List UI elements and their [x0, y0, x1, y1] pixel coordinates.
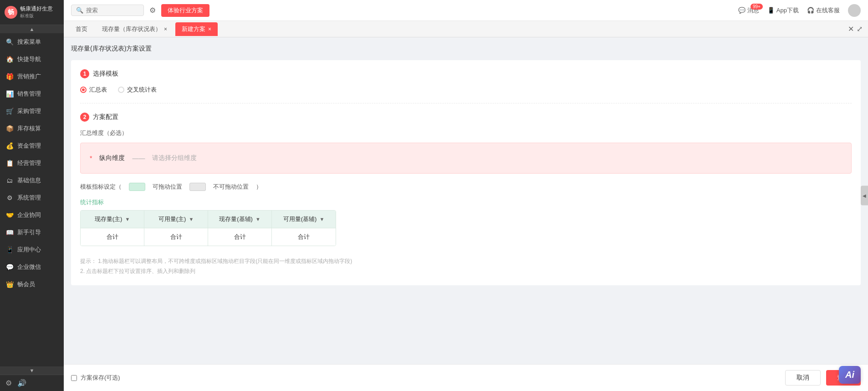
inventory-icon: 📦: [5, 124, 14, 133]
headset-icon: 🎧: [807, 7, 814, 14]
tab-inventory-close[interactable]: ×: [164, 26, 167, 32]
sidebar-item-system[interactable]: ⚙ 系统管理: [0, 189, 64, 206]
dimension-area[interactable]: * 纵向维度 —— 请选择分组维度: [80, 143, 852, 174]
ai-badge[interactable]: Ai: [839, 366, 861, 384]
step1-header: 1 选择模板: [80, 69, 852, 78]
online-service-button[interactable]: 🎧 在线客服: [807, 6, 840, 15]
sidebar-item-label: 搜索菜单: [17, 38, 41, 46]
industry-plan-button[interactable]: 体验行业方案: [161, 4, 209, 17]
tips-section: 提示： 1.拖动标题栏可以调整布局，不可跨维度或指标区域拖动栏目字段(只能在同一…: [80, 257, 852, 276]
col-cell-2: 合计: [208, 228, 272, 246]
tip-1: 提示： 1.拖动标题栏可以调整布局，不可跨维度或指标区域拖动栏目字段(只能在同一…: [80, 257, 852, 267]
col-cell-1: 合计: [144, 228, 208, 246]
sidebar: 畅 畅康通好生意 标准版 ▲ 🔍 搜索菜单 🏠 快捷导航 🎁 营销推广 📊 销售…: [0, 0, 64, 391]
save-checkbox-label: 方案保存(可选): [81, 374, 120, 382]
sidebar-item-label: 快捷导航: [17, 55, 41, 63]
right-collapse-handle[interactable]: ◀: [861, 186, 868, 206]
save-checkbox[interactable]: 方案保存(可选): [71, 374, 120, 382]
dimension-dash: ——: [132, 154, 145, 162]
indicator-settings: 模板指标设定（ 可拖动位置 不可拖动位置 ）: [80, 183, 852, 191]
search-bar[interactable]: 🔍: [71, 5, 144, 16]
chevron-down-icon-0: ▼: [125, 216, 130, 222]
finance-icon: 💰: [5, 142, 14, 150]
sidebar-item-app-center[interactable]: 📱 应用中心: [0, 241, 64, 258]
cancel-button[interactable]: 取消: [785, 370, 821, 386]
sidebar-item-cooperation[interactable]: 🤝 企业协同: [0, 206, 64, 224]
message-icon: 💬: [738, 7, 745, 14]
close-modal-icon[interactable]: ✕: [848, 25, 854, 33]
col-header-3[interactable]: 可用量(基辅) ▼: [272, 211, 336, 228]
sidebar-item-label: 销售管理: [17, 90, 41, 98]
gear-icon[interactable]: ⚙: [149, 6, 156, 15]
gift-icon: 🎁: [5, 72, 14, 81]
main-area: 🔍 ⚙ 体验行业方案 💬 消息 99+ 📱 App下载 🎧 在线客服 首页: [64, 0, 868, 391]
col-header-1[interactable]: 可用量(主) ▼: [144, 211, 208, 228]
logo-icon: 畅: [5, 6, 17, 19]
message-button[interactable]: 💬 消息 99+: [738, 6, 759, 15]
save-checkbox-input[interactable]: [71, 375, 77, 381]
tab-new-plan-close[interactable]: ×: [208, 26, 211, 32]
app-logo: 畅 畅康通好生意 标准版: [0, 0, 64, 25]
system-icon: ⚙: [5, 194, 14, 202]
radio-cross[interactable]: 交叉统计表: [118, 86, 157, 94]
phone-icon: 📱: [767, 7, 775, 14]
sidebar-item-wechat[interactable]: 💬 企业微信: [0, 258, 64, 276]
sidebar-item-label: 畅会员: [17, 280, 35, 288]
tab-new-plan[interactable]: 新建方案 ×: [175, 22, 218, 36]
sidebar-scroll-up[interactable]: ▲: [0, 25, 64, 33]
tab-inventory-label: 现存量（库存状况表）: [102, 25, 161, 33]
coop-icon: 🤝: [5, 211, 14, 219]
app-version: 标准版: [20, 13, 53, 19]
sales-icon: 📊: [5, 90, 14, 98]
radio-summary[interactable]: 汇总表: [80, 86, 107, 94]
sidebar-item-label: 资金管理: [17, 142, 41, 150]
dimension-name: 纵向维度: [99, 154, 125, 162]
sidebar-item-guide[interactable]: 📖 新手引导: [0, 224, 64, 241]
col-header-label-3: 可用量(基辅): [283, 215, 317, 223]
tab-home[interactable]: 首页: [69, 22, 94, 36]
sidebar-scroll-down[interactable]: ▼: [0, 366, 64, 375]
sound-icon[interactable]: 🔊: [17, 379, 26, 387]
sidebar-item-marketing[interactable]: 🎁 营销推广: [0, 68, 64, 85]
plan-settings-card: 1 选择模板 汇总表 交叉统计表 2 方案配置: [71, 60, 861, 285]
sidebar-item-quick-nav[interactable]: 🏠 快捷导航: [0, 51, 64, 68]
sidebar-item-purchase[interactable]: 🛒 采购管理: [0, 103, 64, 120]
ops-icon: 📋: [5, 159, 14, 167]
dimension-required: *: [90, 154, 92, 162]
sidebar-item-inventory[interactable]: 📦 库存核算: [0, 120, 64, 137]
sidebar-item-operations[interactable]: 📋 经营管理: [0, 154, 64, 172]
settings-icon[interactable]: ⚙: [5, 379, 12, 387]
expand-icon[interactable]: ⤢: [857, 25, 863, 33]
sidebar-item-finance[interactable]: 💰 资金管理: [0, 137, 64, 154]
template-options: 汇总表 交叉统计表: [80, 86, 852, 103]
sidebar-item-search-menu[interactable]: 🔍 搜索菜单: [0, 33, 64, 51]
stats-table: 现存量(主) ▼ 可用量(主) ▼ 现存量(基辅) ▼ 可用量(基辅) ▼: [80, 210, 336, 246]
col-cell-0: 合计: [81, 228, 144, 246]
page-title: 现存量(库存状况表)方案设置: [71, 45, 861, 53]
sidebar-bottom: ⚙ 🔊: [0, 375, 64, 391]
sidebar-item-label: 新手引导: [17, 228, 41, 237]
stats-section-label: 统计指标: [80, 198, 852, 206]
bottom-bar: 方案保存(可选) 取消 查询: [64, 364, 868, 391]
radio-summary-label: 汇总表: [89, 86, 107, 94]
sidebar-item-label: 经营管理: [17, 159, 41, 167]
col-header-0[interactable]: 现存量(主) ▼: [81, 211, 144, 228]
radio-cross-circle: [118, 87, 124, 93]
app-download-button[interactable]: 📱 App下载: [767, 6, 799, 15]
app-name: 畅康通好生意: [20, 5, 53, 13]
draggable-badge: [129, 183, 145, 191]
indicator-settings-label: 模板指标设定（: [80, 183, 122, 191]
search-icon: 🔍: [5, 38, 14, 46]
sidebar-item-sales[interactable]: 📊 销售管理: [0, 85, 64, 103]
tab-inventory-status[interactable]: 现存量（库存状况表） ×: [96, 22, 174, 36]
step2-header: 2 方案配置: [80, 113, 852, 122]
search-input[interactable]: [86, 7, 139, 14]
dimension-placeholder: 请选择分组维度: [152, 154, 197, 162]
tabs-bar: 首页 现存量（库存状况表） × 新建方案 × ✕ ⤢: [64, 21, 868, 37]
sidebar-item-member[interactable]: 👑 畅会员: [0, 276, 64, 293]
sidebar-item-basic-info[interactable]: 🗂 基础信息: [0, 172, 64, 189]
radio-cross-label: 交叉统计表: [127, 86, 157, 94]
app-icon: 📱: [5, 246, 14, 254]
user-avatar[interactable]: [848, 4, 861, 17]
col-header-2[interactable]: 现存量(基辅) ▼: [208, 211, 272, 228]
